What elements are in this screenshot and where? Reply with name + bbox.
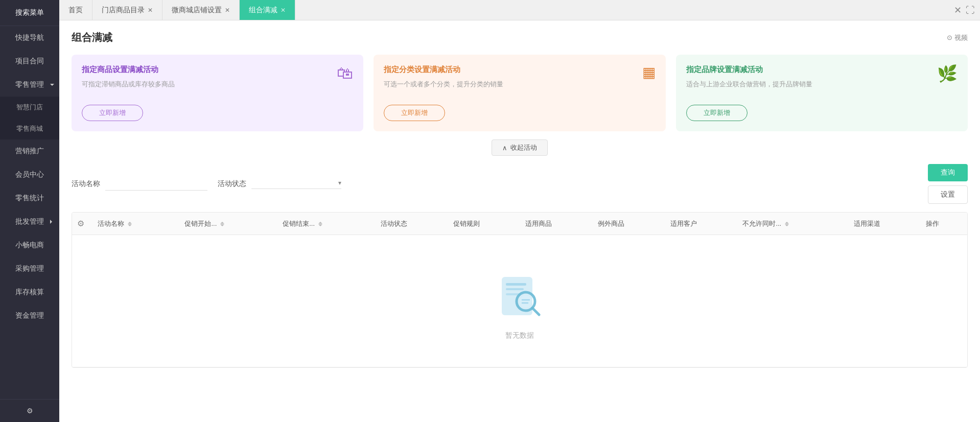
- sort-end-icon[interactable]: [318, 222, 322, 226]
- sort-name-icon[interactable]: [128, 222, 132, 226]
- data-table: ⚙ 活动名称 促销开始... 促销结束...: [72, 213, 967, 367]
- sidebar-item-marketing[interactable]: 营销推广: [0, 139, 59, 163]
- cards-row: 🛍 指定商品设置满减活动 可指定滞销商品或库存较多商品 立即新增 ▦ 指定分类设…: [72, 55, 968, 131]
- th-excluded-product: 例外商品: [593, 213, 665, 235]
- query-button[interactable]: 查询: [928, 164, 968, 181]
- empty-state-row: 暂无数据: [72, 235, 967, 367]
- tab-combo-discount-close[interactable]: ✕: [281, 7, 286, 14]
- sidebar-item-fund-management[interactable]: 资金管理: [0, 304, 59, 327]
- empty-state-cell: 暂无数据: [72, 235, 967, 367]
- th-status: 活动状态: [376, 213, 448, 235]
- sidebar-item-wholesale-management[interactable]: 批发管理: [0, 210, 59, 233]
- card-brand-title: 指定品牌设置满减活动: [686, 65, 958, 75]
- video-link-label: 视频: [954, 33, 968, 42]
- table-body: 暂无数据: [72, 235, 967, 367]
- sidebar-item-retail-stats[interactable]: 零售统计: [0, 186, 59, 210]
- sidebar: 搜索菜单 快捷导航 项目合同 零售管理 智慧门店 零售商城 营销推广 会员中心 …: [0, 0, 59, 422]
- sidebar-item-retail-management[interactable]: 零售管理: [0, 73, 59, 97]
- th-applicable-customer: 适用客户: [665, 213, 738, 235]
- chevron-up-icon: ∧: [502, 144, 507, 152]
- th-rule: 促销规则: [448, 213, 521, 235]
- sidebar-search[interactable]: 搜索菜单: [0, 0, 59, 26]
- th-applicable-channel: 适用渠道: [849, 213, 921, 235]
- svg-rect-2: [506, 288, 524, 290]
- settings-icon: ⚙: [27, 407, 33, 415]
- empty-state: 暂无数据: [77, 241, 962, 361]
- card-product-icon: 🛍: [337, 64, 353, 83]
- svg-line-6: [532, 308, 539, 315]
- card-product-add-button[interactable]: 立即新增: [82, 105, 143, 121]
- tab-home[interactable]: 首页: [59, 0, 92, 20]
- activity-name-input[interactable]: [105, 178, 207, 191]
- sidebar-item-project-contract[interactable]: 项目合同: [0, 50, 59, 73]
- fullscreen-icon[interactable]: ⛶: [966, 6, 975, 15]
- tab-store-catalog-label: 门店商品目录: [102, 6, 145, 15]
- data-table-wrapper: ⚙ 活动名称 促销开始... 促销结束...: [72, 212, 968, 368]
- th-start: 促销开始...: [179, 213, 277, 235]
- table-settings-icon[interactable]: ⚙: [77, 219, 84, 228]
- tab-combo-discount[interactable]: 组合满减 ✕: [240, 0, 295, 20]
- activity-name-field: 活动名称: [72, 178, 207, 191]
- th-end: 促销结束...: [277, 213, 376, 235]
- sort-start-icon[interactable]: [220, 222, 224, 226]
- card-brand-icon: 🌿: [937, 64, 958, 83]
- tab-mini-store-settings-close[interactable]: ✕: [225, 7, 230, 14]
- sidebar-sub-item-retail-mall[interactable]: 零售商城: [0, 118, 59, 139]
- th-applicable-product: 适用商品: [520, 213, 593, 235]
- tab-store-catalog-close[interactable]: ✕: [148, 7, 153, 14]
- activity-status-select[interactable]: ▾: [251, 179, 341, 189]
- card-brand-add-button[interactable]: 立即新增: [686, 105, 748, 121]
- card-category: ▦ 指定分类设置满减活动 可选一个或者多个分类，提升分类的销量 立即新增: [374, 55, 665, 131]
- search-bar: 活动名称 活动状态 ▾ 查询 设置: [72, 164, 968, 204]
- activity-status-label: 活动状态: [218, 179, 246, 189]
- empty-illustration: [489, 272, 550, 323]
- settings-button[interactable]: 设置: [928, 185, 968, 204]
- sidebar-sub-item-smart-store[interactable]: 智慧门店: [0, 97, 59, 118]
- sidebar-item-purchase-management[interactable]: 采购管理: [0, 257, 59, 280]
- th-settings: ⚙: [72, 213, 92, 235]
- card-brand: 🌿 指定品牌设置满减活动 适合与上游企业联合做营销，提升品牌销量 立即新增: [676, 55, 968, 131]
- collapse-bar: ∧ 收起活动: [72, 139, 968, 156]
- card-category-add-button[interactable]: 立即新增: [384, 105, 445, 121]
- activity-name-label: 活动名称: [72, 179, 100, 189]
- page-content: 组合满减 ⊙ 视频 🛍 指定商品设置满减活动 可指定滞销商品或库存较多商品 立即…: [59, 20, 980, 422]
- sidebar-item-member-center[interactable]: 会员中心: [0, 163, 59, 186]
- tab-home-label: 首页: [68, 6, 83, 15]
- chevron-down-icon: ▾: [338, 179, 341, 186]
- main-area: 首页 门店商品目录 ✕ 微商城店铺设置 ✕ 组合满减 ✕ ✕ ⛶ 组合满减 ⊙ …: [59, 0, 980, 422]
- sort-not-allow-icon[interactable]: [785, 222, 789, 226]
- sidebar-item-small-ecommerce[interactable]: 小畅电商: [0, 233, 59, 257]
- activity-status-field: 活动状态 ▾: [218, 179, 341, 189]
- page-header: 组合满减 ⊙ 视频: [72, 31, 968, 44]
- sidebar-item-inventory-check[interactable]: 库存核算: [0, 280, 59, 304]
- sidebar-item-quick-nav[interactable]: 快捷导航: [0, 26, 59, 50]
- play-circle-icon: ⊙: [947, 34, 952, 41]
- tab-combo-discount-label: 组合满减: [249, 6, 277, 15]
- th-not-allow-simultaneous: 不允许同时...: [737, 213, 848, 235]
- close-window-icon[interactable]: ✕: [954, 6, 962, 15]
- page-title: 组合满减: [72, 31, 112, 44]
- th-name: 活动名称: [92, 213, 179, 235]
- tab-bar: 首页 门店商品目录 ✕ 微商城店铺设置 ✕ 组合满减 ✕ ✕ ⛶: [59, 0, 980, 20]
- collapse-btn-label: 收起活动: [510, 143, 537, 152]
- empty-text: 暂无数据: [505, 331, 534, 340]
- svg-rect-1: [506, 283, 526, 286]
- tab-store-catalog[interactable]: 门店商品目录 ✕: [92, 0, 162, 20]
- tab-controls: ✕ ⛶: [954, 6, 980, 15]
- card-product-desc: 可指定滞销商品或库存较多商品: [82, 80, 353, 97]
- video-link[interactable]: ⊙ 视频: [947, 33, 968, 42]
- card-category-title: 指定分类设置满减活动: [384, 65, 655, 75]
- table-header-row: ⚙ 活动名称 促销开始... 促销结束...: [72, 213, 967, 235]
- card-category-icon: ▦: [642, 64, 656, 81]
- card-product: 🛍 指定商品设置满减活动 可指定滞销商品或库存较多商品 立即新增: [72, 55, 363, 131]
- tab-mini-store-settings-label: 微商城店铺设置: [172, 6, 222, 15]
- th-operation: 操作: [921, 213, 967, 235]
- collapse-activities-button[interactable]: ∧ 收起活动: [492, 139, 548, 156]
- card-product-title: 指定商品设置满减活动: [82, 65, 353, 75]
- card-category-desc: 可选一个或者多个分类，提升分类的销量: [384, 80, 655, 97]
- sidebar-settings-button[interactable]: ⚙: [0, 399, 59, 422]
- svg-point-5: [520, 295, 532, 308]
- tab-mini-store-settings[interactable]: 微商城店铺设置 ✕: [162, 0, 240, 20]
- search-actions: 查询 设置: [928, 164, 968, 204]
- card-brand-desc: 适合与上游企业联合做营销，提升品牌销量: [686, 80, 958, 97]
